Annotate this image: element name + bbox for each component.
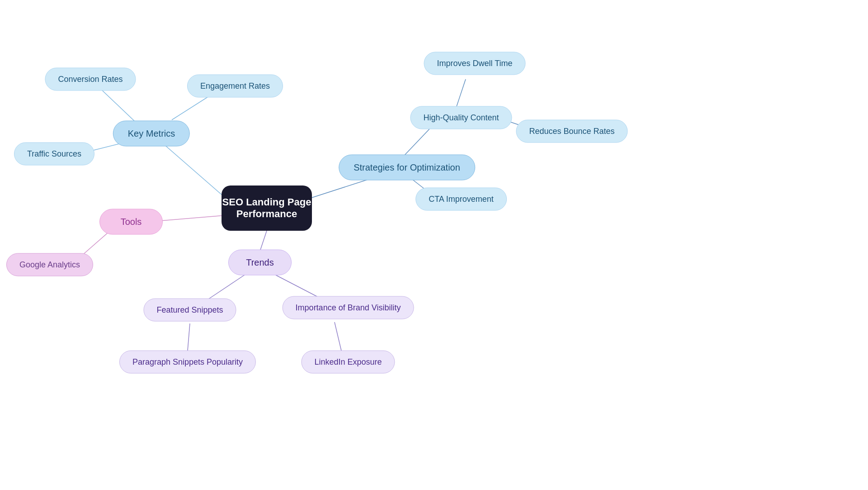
improves-dwell-node[interactable]: Improves Dwell Time bbox=[424, 52, 525, 75]
cta-improvement-node[interactable]: CTA Improvement bbox=[415, 188, 507, 211]
reduces-bounce-node[interactable]: Reduces Bounce Rates bbox=[516, 120, 627, 143]
center-node[interactable]: SEO Landing PagePerformance bbox=[222, 186, 312, 231]
svg-line-12 bbox=[402, 129, 429, 157]
trends-node[interactable]: Trends bbox=[228, 250, 292, 276]
featured-snippets-node[interactable]: Featured Snippets bbox=[143, 299, 236, 322]
svg-line-8 bbox=[188, 323, 190, 351]
svg-line-13 bbox=[457, 79, 466, 106]
conversion-rates-node[interactable]: Conversion Rates bbox=[45, 68, 136, 91]
key-metrics-node[interactable]: Key Metrics bbox=[113, 121, 190, 147]
high-quality-node[interactable]: High-Quality Content bbox=[410, 106, 512, 129]
paragraph-snippets-node[interactable]: Paragraph Snippets Popularity bbox=[119, 351, 256, 374]
strategies-node[interactable]: Strategies for Optimization bbox=[339, 155, 475, 181]
engagement-rates-node[interactable]: Engagement Rates bbox=[187, 75, 283, 98]
linkedin-exposure-node[interactable]: LinkedIn Exposure bbox=[301, 351, 395, 374]
google-analytics-node[interactable]: Google Analytics bbox=[6, 253, 93, 276]
mind-map-container: SEO Landing PagePerformance Key Metrics … bbox=[0, 0, 868, 490]
tools-node[interactable]: Tools bbox=[99, 209, 163, 235]
traffic-sources-node[interactable]: Traffic Sources bbox=[14, 143, 94, 166]
importance-brand-node[interactable]: Importance of Brand Visibility bbox=[283, 296, 414, 319]
svg-line-6 bbox=[260, 231, 267, 251]
svg-line-10 bbox=[335, 322, 341, 351]
svg-line-7 bbox=[206, 274, 246, 301]
